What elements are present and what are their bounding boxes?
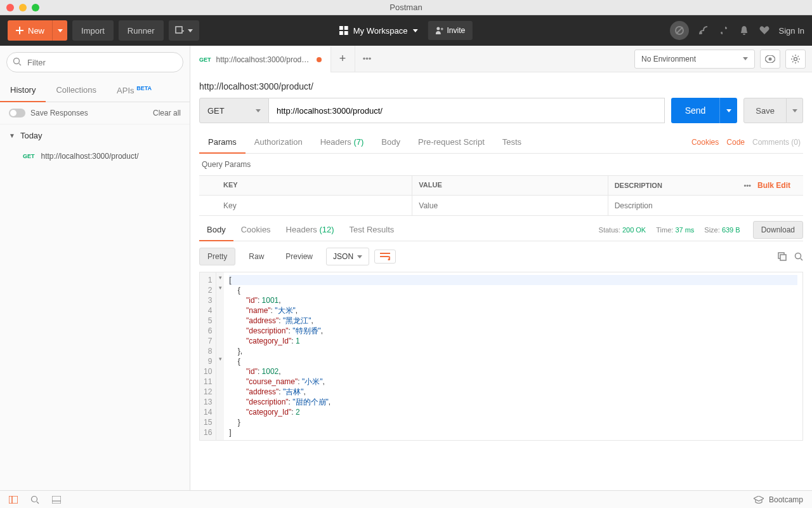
subtab-headers[interactable]: Headers (7): [311, 131, 373, 153]
subtab-params[interactable]: Params: [199, 131, 246, 153]
invite-button[interactable]: Invite: [428, 21, 473, 40]
history-group-today[interactable]: ▼ Today: [0, 124, 190, 147]
save-responses-toggle[interactable]: [9, 109, 25, 117]
signin-button[interactable]: Sign In: [779, 26, 804, 36]
beta-badge: BETA: [136, 85, 152, 91]
svg-point-14: [14, 58, 20, 64]
two-pane-icon[interactable]: [9, 496, 18, 504]
svg-rect-10: [442, 28, 442, 30]
param-description-input[interactable]: [615, 201, 797, 210]
svg-point-13: [700, 32, 702, 34]
svg-line-26: [37, 502, 39, 504]
wrap-lines-icon[interactable]: [374, 250, 396, 264]
bootcamp-button[interactable]: Bootcamp: [754, 495, 803, 504]
svg-rect-20: [780, 255, 786, 260]
param-value-input[interactable]: [419, 201, 601, 210]
sidebar: History Collections APIs BETA Save Respo…: [0, 46, 190, 490]
environment-selector[interactable]: No Environment: [634, 50, 755, 69]
capture-button[interactable]: [169, 20, 199, 41]
tab-options-button[interactable]: •••: [355, 54, 379, 64]
console-icon[interactable]: [52, 496, 61, 504]
cookies-link[interactable]: Cookies: [691, 138, 719, 147]
search-response-icon[interactable]: [794, 252, 803, 261]
method-selector[interactable]: GET: [199, 98, 269, 123]
heart-icon[interactable]: [759, 25, 770, 36]
header-center: My Workspace Invite: [339, 21, 473, 40]
environment-settings-button[interactable]: [785, 50, 806, 69]
download-button[interactable]: Download: [753, 221, 803, 239]
close-window-button[interactable]: [6, 4, 14, 11]
subtab-prerequest[interactable]: Pre-request Script: [409, 131, 494, 153]
size-value: 639 B: [722, 226, 740, 234]
format-selector[interactable]: JSON: [326, 248, 369, 265]
send-button[interactable]: Send: [671, 98, 720, 123]
resp-tab-test-results[interactable]: Test Results: [342, 218, 402, 241]
svg-point-25: [32, 496, 37, 502]
bulk-edit-button[interactable]: Bulk Edit: [757, 181, 790, 190]
resp-tab-cookies[interactable]: Cookies: [233, 218, 278, 241]
svg-rect-2: [176, 27, 182, 33]
history-item[interactable]: GET http://localhost:3000/product/: [0, 147, 190, 166]
subtab-body[interactable]: Body: [372, 131, 409, 153]
import-button[interactable]: Import: [72, 20, 114, 41]
sidebar-tab-history[interactable]: History: [0, 79, 46, 102]
workspace-selector[interactable]: My Workspace: [339, 26, 418, 36]
request-tab[interactable]: GET http://localhost:3000/product/: [190, 46, 331, 72]
environment-preview-button[interactable]: [760, 50, 780, 69]
settings-icon[interactable]: [718, 25, 730, 36]
request-tab-strip: GET http://localhost:3000/product/ + •••…: [190, 46, 812, 72]
response-tabs: Body Cookies Headers (12) Test Results S…: [199, 218, 803, 241]
new-tab-button[interactable]: +: [331, 46, 355, 72]
view-preview[interactable]: Preview: [277, 248, 321, 265]
svg-line-12: [676, 27, 683, 34]
svg-rect-5: [344, 26, 348, 30]
subtab-tests[interactable]: Tests: [494, 131, 530, 153]
svg-rect-1: [16, 30, 23, 31]
param-options-icon[interactable]: •••: [743, 182, 751, 189]
copy-response-icon[interactable]: [778, 252, 787, 261]
clear-all-button[interactable]: Clear all: [153, 109, 181, 117]
find-icon[interactable]: [30, 495, 39, 504]
svg-point-16: [769, 57, 772, 60]
save-responses-label: Save Responses: [30, 109, 88, 117]
unsaved-indicator-icon: [317, 57, 322, 62]
minimize-window-button[interactable]: [19, 4, 27, 11]
save-button[interactable]: Save: [743, 98, 787, 123]
satellite-icon[interactable]: [698, 25, 709, 36]
bootcamp-icon: [754, 496, 764, 504]
view-raw[interactable]: Raw: [240, 248, 272, 265]
footer-bar: Bootcamp: [0, 490, 812, 508]
send-dropdown[interactable]: [719, 98, 737, 123]
subtab-authorization[interactable]: Authorization: [246, 131, 311, 153]
header-right: Sign In: [670, 21, 804, 40]
sidebar-filter-input[interactable]: [6, 52, 183, 72]
comments-link[interactable]: Comments (0): [752, 138, 801, 147]
runner-button[interactable]: Runner: [119, 20, 164, 41]
resp-tab-body[interactable]: Body: [199, 218, 233, 241]
app-title: Postman: [390, 3, 422, 12]
svg-rect-27: [52, 496, 61, 504]
resp-tab-headers[interactable]: Headers (12): [278, 218, 342, 241]
new-button[interactable]: New: [8, 20, 52, 41]
notifications-icon[interactable]: [738, 25, 750, 36]
sidebar-tab-apis[interactable]: APIs BETA: [107, 79, 162, 102]
save-dropdown[interactable]: [787, 98, 803, 123]
time-value: 37 ms: [675, 226, 694, 234]
url-input[interactable]: [269, 98, 665, 123]
svg-point-17: [794, 57, 797, 60]
view-pretty[interactable]: Pretty: [199, 248, 235, 265]
param-key-input[interactable]: [223, 201, 405, 210]
chevron-down-icon: ▼: [9, 132, 15, 139]
invite-icon: [436, 27, 443, 34]
request-name[interactable]: http://localhost:3000/product/: [199, 79, 803, 98]
sync-status-icon[interactable]: [670, 21, 689, 40]
workspace-label: My Workspace: [353, 26, 408, 36]
sidebar-tab-collections[interactable]: Collections: [46, 79, 107, 102]
content-area: GET http://localhost:3000/product/ + •••…: [190, 46, 812, 490]
svg-line-22: [801, 258, 802, 260]
new-button-dropdown[interactable]: [52, 20, 67, 41]
code-link[interactable]: Code: [726, 138, 745, 147]
response-toolbar: Pretty Raw Preview JSON: [199, 241, 803, 272]
response-body-viewer[interactable]: 12345678910111213141516 ▾▾▾ [ { "id": 10…: [199, 272, 803, 441]
maximize-window-button[interactable]: [32, 4, 39, 11]
